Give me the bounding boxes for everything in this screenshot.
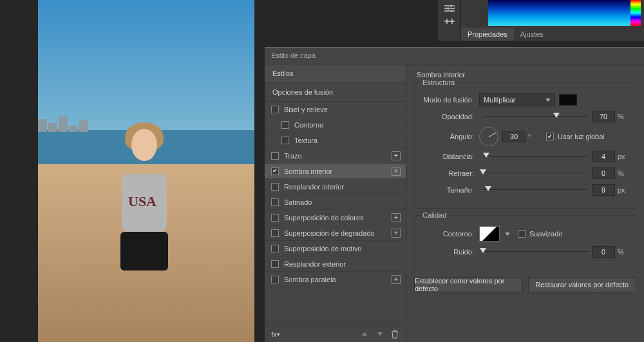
style-label: Satinado — [284, 198, 312, 206]
quality-label: Calidad — [420, 211, 449, 219]
tab-properties[interactable]: Propiedades — [461, 28, 514, 41]
add-color-overlay-icon[interactable]: + — [392, 213, 401, 222]
distance-label: Distancia: — [421, 153, 479, 160]
tab-adjustments[interactable]: Ajustes — [514, 28, 550, 41]
canvas-image[interactable]: USA — [38, 0, 254, 342]
shadow-color-swatch[interactable] — [559, 94, 577, 106]
styles-header[interactable]: Estilos — [265, 64, 406, 83]
choke-unit: % — [618, 169, 629, 177]
style-label: Sombra paralela — [284, 276, 336, 283]
style-pattern-overlay[interactable]: Superposición de motivo — [265, 241, 406, 256]
noise-unit: % — [618, 248, 629, 256]
checkbox-pattern-overlay[interactable] — [271, 245, 279, 252]
checkbox-bevel[interactable] — [271, 106, 279, 113]
choke-input[interactable]: 0 — [592, 167, 615, 179]
style-label: Sombra interior — [284, 167, 332, 175]
sliders-icon[interactable] — [444, 4, 455, 13]
opacity-input[interactable]: 70 — [592, 111, 615, 122]
defaults-buttons: Establecer como valores por defecto Rest… — [414, 277, 636, 292]
checkbox-texture[interactable] — [281, 137, 289, 144]
noise-input[interactable]: 0 — [592, 246, 615, 258]
style-label: Textura — [294, 137, 317, 144]
style-label: Superposición de colores — [284, 214, 364, 222]
move-down-icon[interactable] — [374, 328, 385, 340]
style-texture[interactable]: Textura — [265, 133, 406, 148]
style-gradient-overlay[interactable]: Superposición de degradado + — [265, 225, 406, 241]
checkbox-gradient-overlay[interactable] — [271, 229, 279, 237]
adjust-icon[interactable] — [444, 17, 455, 26]
move-up-icon[interactable] — [358, 328, 370, 340]
antialias-label: Suavizado — [529, 230, 562, 238]
style-drop-shadow[interactable]: Sombra paralela + — [265, 272, 406, 287]
structure-label: Estructura — [420, 79, 457, 86]
blend-mode-select[interactable]: Multiplicar — [479, 93, 555, 106]
size-unit: px — [618, 186, 629, 194]
distance-input[interactable]: 4 — [592, 151, 615, 162]
svg-point-2 — [451, 10, 453, 12]
color-panel[interactable] — [488, 0, 639, 26]
contour-label: Contorno: — [421, 230, 479, 238]
checkbox-color-overlay[interactable] — [271, 214, 279, 222]
fx-menu-icon[interactable]: fx▾ — [270, 328, 281, 340]
add-gradient-overlay-icon[interactable]: + — [392, 229, 401, 238]
global-light-label: Usar luz global — [558, 133, 605, 140]
blending-options[interactable]: Opciones de fusión — [265, 83, 406, 102]
add-inner-shadow-icon[interactable]: + — [392, 167, 401, 176]
chevron-down-icon[interactable] — [505, 233, 510, 236]
svg-point-0 — [450, 5, 452, 7]
shirt-text: USA — [128, 193, 156, 210]
angle-label: Ángulo: — [421, 133, 479, 140]
size-label: Tamaño: — [421, 186, 479, 194]
checkbox-inner-shadow[interactable] — [271, 167, 279, 175]
contour-picker[interactable] — [479, 226, 500, 242]
checkbox-satin[interactable] — [271, 198, 279, 206]
quality-group: Calidad Contorno: Suavizado Ruido: 0 % — [414, 215, 636, 271]
style-inner-shadow[interactable]: Sombra interior + — [265, 164, 406, 179]
style-contour[interactable]: Contorno — [265, 117, 406, 133]
make-default-button[interactable]: Establecer como valores por defecto — [414, 277, 523, 292]
angle-dial[interactable] — [479, 127, 498, 146]
add-drop-shadow-icon[interactable]: + — [392, 275, 401, 284]
checkbox-drop-shadow[interactable] — [271, 276, 279, 283]
noise-label: Ruido: — [421, 248, 479, 256]
subject: USA — [96, 116, 193, 322]
global-light-checkbox[interactable] — [546, 133, 554, 140]
distance-unit: px — [618, 153, 629, 160]
style-label: Resplandor interior — [284, 183, 344, 191]
style-label: Bisel y relieve — [284, 106, 328, 113]
style-bevel-emboss[interactable]: Bisel y relieve — [265, 102, 406, 117]
layer-style-dialog: Estilo de capa Estilos Opciones de fusió… — [265, 47, 644, 342]
styles-footer: fx▾ — [265, 325, 406, 342]
color-hue-strip[interactable] — [630, 0, 641, 26]
dialog-title: Estilo de capa — [265, 48, 644, 64]
checkbox-contour[interactable] — [281, 121, 289, 129]
size-input[interactable]: 9 — [592, 184, 615, 196]
style-satin[interactable]: Satinado — [265, 195, 406, 210]
style-inner-glow[interactable]: Resplandor interior — [265, 179, 406, 195]
style-stroke[interactable]: Trazo + — [265, 148, 406, 164]
trash-icon[interactable] — [389, 328, 401, 340]
style-label: Superposición de motivo — [284, 245, 361, 252]
tool-options-column — [438, 0, 461, 41]
angle-input[interactable]: 30 — [502, 131, 526, 142]
choke-label: Retraer: — [421, 169, 479, 177]
antialias-checkbox[interactable] — [518, 230, 526, 238]
opacity-unit: % — [618, 113, 629, 120]
structure-group: Estructura Modo de fusión: Multiplicar O… — [414, 82, 636, 209]
distance-slider[interactable] — [483, 152, 588, 161]
add-stroke-icon[interactable]: + — [392, 151, 401, 160]
style-label: Resplandor exterior — [284, 260, 346, 268]
svg-point-1 — [447, 8, 449, 10]
blend-mode-label: Modo de fusión: — [421, 96, 479, 104]
noise-slider[interactable] — [483, 247, 588, 256]
checkbox-inner-glow[interactable] — [271, 183, 279, 191]
checkbox-outer-glow[interactable] — [271, 260, 279, 268]
checkbox-stroke[interactable] — [271, 152, 279, 160]
styles-list: Estilos Opciones de fusión Bisel y relie… — [265, 64, 406, 342]
style-outer-glow[interactable]: Resplandor exterior — [265, 256, 406, 272]
reset-default-button[interactable]: Restaurar valores por defecto — [528, 277, 637, 292]
opacity-slider[interactable] — [483, 112, 588, 121]
choke-slider[interactable] — [483, 169, 588, 178]
style-color-overlay[interactable]: Superposición de colores + — [265, 210, 406, 225]
size-slider[interactable] — [483, 185, 588, 195]
